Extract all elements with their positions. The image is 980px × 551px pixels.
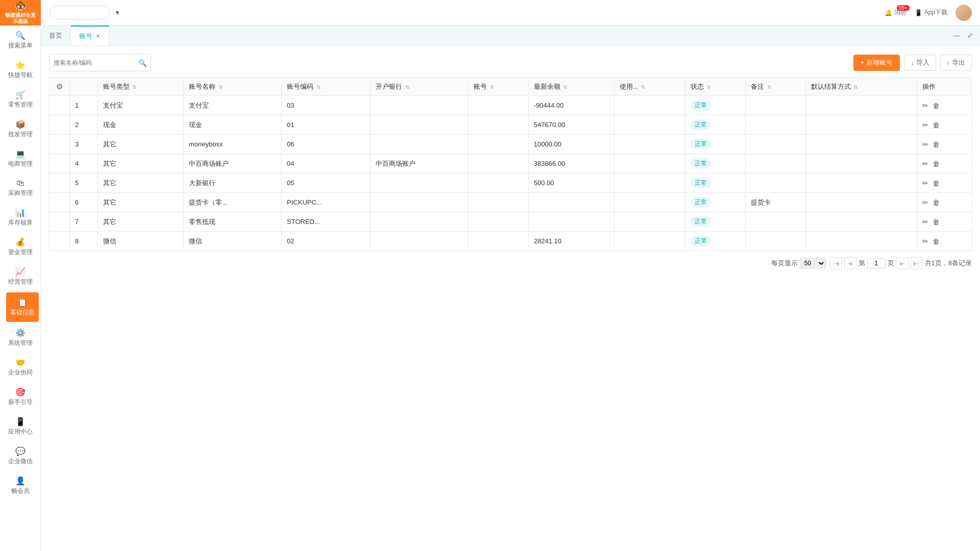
delete-button-1[interactable]: 🗑 [933, 121, 940, 129]
tab-account[interactable]: 账号 ✕ [71, 26, 109, 45]
sidebar-item-wholesale-mgmt[interactable]: 📦批发管理 [4, 114, 37, 144]
cell-no-5 [469, 193, 529, 212]
col-account-no[interactable]: 账号 ⇅ [469, 78, 529, 96]
sidebar-item-member[interactable]: 👤畅会员 [4, 471, 37, 500]
delete-button-4[interactable]: 🗑 [933, 179, 940, 187]
delete-button-3[interactable]: 🗑 [933, 160, 940, 168]
page-next-button[interactable]: ▶ [896, 257, 909, 269]
sidebar-item-corp-agreement[interactable]: 🤝企业协同 [4, 353, 37, 382]
tab-home[interactable]: 首页 [41, 26, 71, 45]
col-account-name[interactable]: 账号名称 ⇅ [183, 78, 281, 96]
member-label: 畅会员 [11, 487, 30, 495]
sidebar-item-basic-info[interactable]: 📋基础信息 [6, 292, 39, 322]
page-label: 第 [859, 259, 865, 268]
sidebar-item-search-menu[interactable]: 🔍搜索菜单 [4, 26, 37, 55]
col-index [70, 78, 98, 96]
cell-usage-2 [614, 135, 685, 154]
per-page-label: 每页显示 [771, 259, 798, 268]
delete-button-6[interactable]: 🗑 [933, 218, 940, 226]
delete-button-5[interactable]: 🗑 [933, 198, 940, 207]
add-account-button[interactable]: + 新增账号 [853, 55, 900, 71]
edit-button-3[interactable]: ✏ [922, 160, 928, 168]
col-remark[interactable]: 备注 ⇅ [745, 78, 805, 96]
cell-code-4: 05 [282, 173, 371, 193]
sidebar-item-finance-mgmt[interactable]: 💰资金管理 [4, 232, 37, 262]
edit-button-5[interactable]: ✏ [922, 198, 928, 207]
edit-button-0[interactable]: ✏ [922, 102, 928, 110]
cell-status-7: 正常 [685, 232, 745, 251]
delete-button-7[interactable]: 🗑 [933, 237, 940, 245]
accounts-table: ⚙ 账号类型 ⇅ 账号名称 ⇅ 账号编码 ⇅ 开户银行 ⇅ 账号 ⇅ 最新余额 … [49, 78, 972, 251]
col-default-settlement[interactable]: 默认结算方式 ⇅ [805, 78, 917, 96]
app-download-button[interactable]: 📱 App下载 [915, 8, 947, 17]
user-avatar[interactable] [955, 5, 972, 21]
page-first-button[interactable]: |◀ [830, 257, 842, 269]
cell-remark-7 [745, 232, 805, 251]
tab-minimize-button[interactable]: — [950, 30, 963, 42]
table-row: 8 微信 微信 02 28241.10 正常 ✏ 🗑 [50, 232, 972, 251]
settings-gear-icon[interactable]: ⚙ [56, 82, 63, 91]
tab-maximize-button[interactable]: ⤢ [964, 30, 976, 42]
edit-button-2[interactable]: ✏ [922, 140, 928, 148]
sidebar-item-ops-mgmt[interactable]: 📈经营管理 [4, 262, 37, 291]
sidebar-item-app-center[interactable]: 📱应用中心 [4, 412, 37, 441]
page-last-button[interactable]: ▶| [911, 257, 923, 269]
import-button[interactable]: ↓ 导入 [904, 55, 936, 71]
edit-button-6[interactable]: ✏ [922, 218, 928, 226]
delete-button-0[interactable]: 🗑 [933, 102, 940, 110]
header-dropdown[interactable]: ▼ [114, 9, 120, 16]
action-btns-3: ✏ 🗑 [922, 160, 966, 168]
col-latest-balance[interactable]: 最新余额 ⇅ [528, 78, 614, 96]
cell-bank-1 [370, 115, 468, 135]
edit-button-7[interactable]: ✏ [922, 237, 928, 245]
cell-name-1: 现金 [183, 115, 281, 135]
tab-close-icon[interactable]: ✕ [95, 33, 101, 39]
col-account-code[interactable]: 账号编码 ⇅ [282, 78, 371, 96]
sidebar-item-purchase-mgmt[interactable]: 🛍采购管理 [4, 173, 37, 203]
table-search-input[interactable] [50, 56, 134, 69]
status-badge: 正常 [691, 158, 711, 169]
page-prev-button[interactable]: ◀ [844, 257, 856, 269]
table-search-button[interactable]: 🔍 [134, 55, 151, 71]
cell-settings-6 [50, 212, 70, 232]
col-settings[interactable]: ⚙ [50, 78, 70, 96]
edit-button-4[interactable]: ✏ [922, 179, 928, 187]
export-button[interactable]: ↑ 导出 [940, 55, 972, 71]
col-open-bank[interactable]: 开户银行 ⇅ [370, 78, 468, 96]
per-page-dropdown[interactable]: 50 100 200 [800, 258, 826, 269]
inventory-label: 库存核算 [8, 218, 33, 227]
delete-button-2[interactable]: 🗑 [933, 140, 940, 148]
sidebar-item-new-guide[interactable]: 🎯新手引导 [4, 382, 37, 412]
cell-type-6: 其它 [97, 212, 183, 232]
cell-remark-6 [745, 212, 805, 232]
cell-no-6 [469, 212, 529, 232]
cell-balance-7: 28241.10 [528, 232, 614, 251]
global-search-input[interactable] [49, 6, 110, 20]
ops-mgmt-label: 经营管理 [8, 278, 33, 286]
col-usage[interactable]: 使用... ⇅ [614, 78, 685, 96]
sidebar-item-ecommerce-mgmt[interactable]: 💻电商管理 [4, 144, 37, 173]
top-header: ▼ 🔔 消息 99+ 📱 App下载 [41, 0, 980, 26]
retail-mgmt-label: 零售管理 [8, 101, 33, 109]
edit-button-1[interactable]: ✏ [922, 121, 928, 129]
sidebar-item-system-mgmt[interactable]: ⚙️系统管理 [4, 323, 37, 353]
cell-settlement-6 [805, 212, 917, 232]
export-icon: ↑ [947, 59, 950, 67]
page-input[interactable] [867, 258, 886, 268]
sidebar-item-corp-wechat[interactable]: 💬企业微信 [4, 441, 37, 471]
notification-button[interactable]: 🔔 消息 99+ [885, 8, 906, 17]
sidebar-item-retail-mgmt[interactable]: 🛒零售管理 [4, 85, 37, 114]
sidebar-item-quick-nav[interactable]: ⭐快捷导航 [4, 55, 37, 85]
col-status[interactable]: 状态 ⇅ [685, 78, 745, 96]
cell-bank-4 [370, 173, 468, 193]
wholesale-mgmt-label: 批发管理 [8, 130, 33, 139]
cell-code-7: 02 [282, 232, 371, 251]
sidebar-item-inventory[interactable]: 📊库存核算 [4, 203, 37, 232]
cell-bank-3: 中百商场账户 [370, 154, 468, 173]
status-badge: 正常 [691, 236, 711, 246]
col-account-type[interactable]: 账号类型 ⇅ [97, 78, 183, 96]
header-left: ▼ [49, 6, 120, 20]
cell-usage-4 [614, 173, 685, 193]
cell-settlement-0 [805, 96, 917, 115]
table-row: 4 其它 中百商场账户 04 中百商场账户 383866.00 正常 ✏ 🗑 [50, 154, 972, 173]
